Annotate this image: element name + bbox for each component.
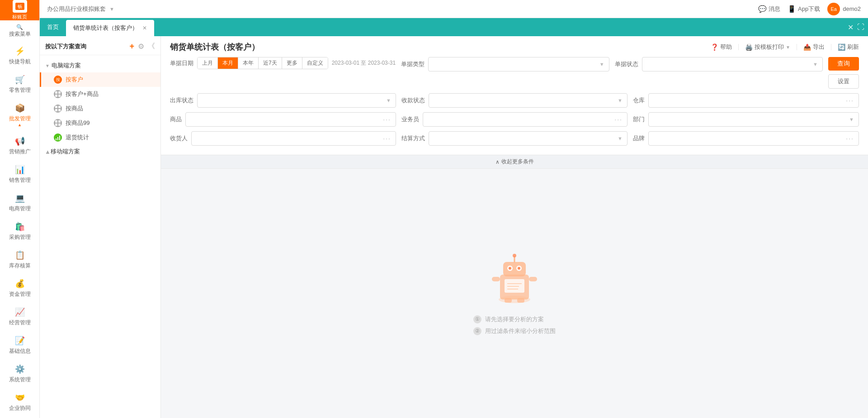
date-btn-7days[interactable]: 近7天 <box>259 57 282 69</box>
svg-rect-9 <box>58 109 61 111</box>
app-download-btn[interactable]: 📱 App下载 <box>788 5 820 13</box>
tab-home[interactable]: 首页 <box>40 18 66 36</box>
scheme-item-return-stat[interactable]: 退货统计 <box>40 130 160 145</box>
sidebar-item-inventory[interactable]: 📋 库存核算 <box>0 246 40 274</box>
collect-status-select[interactable]: ▼ <box>429 93 627 108</box>
inventory-icon: 📋 <box>15 250 25 260</box>
svg-rect-13 <box>58 124 61 126</box>
sidebar-item-wholesale[interactable]: 📦 批发管理 ▲ <box>0 99 40 132</box>
message-icon: 💬 <box>758 5 767 13</box>
empty-tip-1: ① 请先选择要分析的方案 <box>473 315 556 323</box>
sidebar-item-system[interactable]: ⚙️ 系统管理 <box>0 360 40 388</box>
tab-maximize-btn[interactable]: ⛶ <box>857 23 864 31</box>
scheme-item-by-customer[interactable]: 按 按客户 <box>40 72 160 87</box>
scheme-group-header-pc[interactable]: ▼ 电脑端方案 <box>40 59 160 72</box>
settle-method-select[interactable]: ▼ <box>429 131 627 146</box>
order-status-dropdown-icon: ▼ <box>813 62 818 67</box>
message-btn[interactable]: 💬 消息 <box>758 5 780 13</box>
breadcrumb-arrow[interactable]: ▼ <box>109 6 114 12</box>
add-scheme-btn[interactable]: + <box>129 42 134 51</box>
sidebar-item-basic[interactable]: 📝 基础信息 <box>0 331 40 360</box>
out-status-select[interactable]: ▼ <box>197 93 396 108</box>
date-btn-last-month[interactable]: 上月 <box>198 57 218 69</box>
date-label: 单据日期 <box>170 59 193 67</box>
help-label: 帮助 <box>720 43 732 51</box>
username: demo2 <box>843 5 861 12</box>
svg-rect-4 <box>55 95 57 97</box>
query-button[interactable]: 查询 <box>828 57 859 71</box>
tip2-num: ② <box>473 327 481 335</box>
export-btn[interactable]: 📤 导出 <box>803 43 825 51</box>
expand-arrow-icon: ▼ <box>45 63 50 68</box>
refresh-icon: 🔄 <box>838 43 845 51</box>
order-type-select[interactable]: ▼ <box>428 57 609 71</box>
page-actions: ❓ 帮助 🖨️ 按模板打印 ▼ 📤 导出 <box>711 43 859 51</box>
sidebar-item-finance[interactable]: 💰 资金管理 <box>0 274 40 303</box>
settle-method-dropdown-icon: ▼ <box>618 136 623 141</box>
sidebar-item-label: 批发管理 <box>9 115 31 123</box>
logo-icon: 畅 <box>13 0 27 13</box>
receiver-filter: 收货人 ··· <box>170 131 396 146</box>
settle-method-label: 结算方式 <box>401 134 425 142</box>
sidebar-item-label: 采购管理 <box>9 233 31 241</box>
collect-status-filter: 收款状态 ▼ <box>401 93 627 108</box>
salesperson-dots-icon: ··· <box>614 116 623 123</box>
scheme-item-label: 退货统计 <box>66 133 89 142</box>
message-label: 消息 <box>769 5 780 13</box>
tip2-text: 用过滤条件来缩小分析范围 <box>485 327 556 335</box>
order-status-select[interactable]: ▼ <box>642 57 823 71</box>
date-btn-this-month[interactable]: 本月 <box>218 57 238 69</box>
header-right: 💬 消息 📱 App下载 Ea demo2 <box>758 3 861 15</box>
sidebar-item-label: 搜索菜单 <box>9 30 31 38</box>
avatar: Ea <box>827 3 840 15</box>
scheme-item-by-goods[interactable]: 按商品 <box>40 101 160 116</box>
out-status-dropdown-icon: ▼ <box>386 98 391 103</box>
help-btn[interactable]: ❓ 帮助 <box>711 43 732 51</box>
tab-close-btn[interactable]: ✕ <box>848 23 854 32</box>
export-icon: 📤 <box>803 43 811 51</box>
salesperson-label: 业务员 <box>401 115 419 124</box>
refresh-btn[interactable]: 🔄 刷新 <box>838 43 859 51</box>
sidebar-item-marketing[interactable]: 📢 营销推广 <box>0 132 40 160</box>
salesperson-select[interactable]: ··· <box>423 112 627 127</box>
sidebar-item-quick-nav[interactable]: ⚡ 快捷导航 <box>0 42 40 70</box>
collapse-filter-btn[interactable]: ∧ 收起更多条件 <box>161 155 868 168</box>
scheme-icon-goods <box>54 104 62 113</box>
svg-rect-7 <box>58 106 61 108</box>
order-status-filter: 单据状态 ▼ <box>615 57 823 71</box>
sidebar-item-search[interactable]: 🔍 搜索菜单 <box>0 20 40 42</box>
sidebar-item-operation[interactable]: 📈 经营管理 <box>0 303 40 331</box>
brand-select[interactable]: ··· <box>648 131 859 146</box>
sidebar-item-purchase[interactable]: 🛍️ 采购管理 <box>0 217 40 246</box>
settings-scheme-btn[interactable]: ⚙ <box>138 42 144 51</box>
sidebar-logo[interactable]: 畅 标账页 <box>0 0 40 20</box>
tip1-text: 请先选择要分析的方案 <box>485 315 544 323</box>
sidebar-item-enterprise[interactable]: 🤝 企业协同 <box>0 388 40 417</box>
sidebar-item-sales[interactable]: 📊 销售管理 <box>0 160 40 189</box>
breadcrumb: 办公用品行业模拟账套 <box>47 5 106 13</box>
marketing-icon: 📢 <box>15 136 25 146</box>
svg-rect-30 <box>492 277 500 281</box>
scheme-group-header-mobile[interactable]: ▶ 移动端方案 <box>40 145 160 158</box>
quick-nav-icon: ⚡ <box>15 46 25 56</box>
order-type-filter: 单据类型 ▼ <box>401 57 609 71</box>
tab-close-icon[interactable]: ✕ <box>142 25 147 31</box>
collapse-panel-btn[interactable]: 《 <box>148 42 155 51</box>
user-menu[interactable]: Ea demo2 <box>827 3 861 15</box>
goods-select[interactable]: ··· <box>185 112 396 127</box>
date-btn-this-year[interactable]: 本年 <box>238 57 259 69</box>
date-btn-more[interactable]: 更多 <box>282 57 302 69</box>
warehouse-select[interactable]: ··· <box>648 93 859 108</box>
settings-button[interactable]: 设置 <box>828 74 859 89</box>
scheme-item-customer-goods[interactable]: 按客户+商品 <box>40 87 160 101</box>
sidebar-item-ecommerce[interactable]: 💻 电商管理 <box>0 189 40 217</box>
template-print-btn[interactable]: 🖨️ 按模板打印 ▼ <box>745 43 790 51</box>
date-btn-custom[interactable]: 自定义 <box>302 57 328 69</box>
dept-select[interactable]: ▼ <box>648 112 859 127</box>
sidebar-item-retail[interactable]: 🛒 零售管理 <box>0 70 40 99</box>
sidebar-item-label: 企业协同 <box>9 404 31 412</box>
brand-filter: 品牌 ··· <box>633 131 859 146</box>
receiver-select[interactable]: ··· <box>191 131 396 146</box>
scheme-item-by-goods-99[interactable]: 按商品99 <box>40 116 160 130</box>
tab-sales-stat[interactable]: 销货单统计表（按客户） ✕ <box>66 20 154 36</box>
